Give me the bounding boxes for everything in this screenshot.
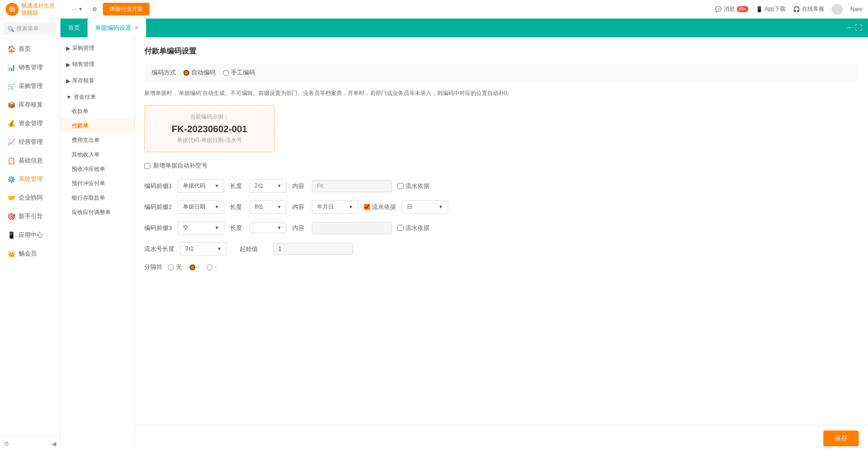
settings-bottom-icon[interactable]: ⚙ [4, 440, 9, 447]
main-area: 首页 单据编码设置 ✕ − ⛶ ▶ 采购管理 [61, 19, 868, 451]
nav-dropdown[interactable]: ··· ▼ [68, 4, 87, 14]
second-sidebar-group-funds-header[interactable]: ▼ 资金往来 [61, 90, 135, 104]
app-layout: 🔍 搜索菜单 🏠 首页 📊 销售管理 🛒 采购管理 📦 库存核算 💰 [0, 0, 868, 451]
length1-select[interactable]: 2位 ▼ [249, 179, 287, 193]
tab-encoding[interactable]: 单据编码设置 ✕ [87, 19, 146, 37]
sidebar-item-enterprise[interactable]: 🤝 企业协同 [2, 189, 58, 207]
sidebar-item-basic[interactable]: 📋 基础信息 [2, 152, 58, 169]
code-preview-label: 当前编码示例： [156, 113, 263, 121]
auto-encode-input[interactable] [183, 70, 189, 76]
encoding-method-label: 编码方式 [152, 68, 176, 77]
home-icon: 🏠 [7, 45, 15, 53]
length1-label: 长度 [230, 182, 244, 190]
separator-options: 无 · · [168, 263, 217, 271]
top-bar: 畅 畅通道好生意 旗舰版 ··· ▼ ⚙ 体验行业方案 💬 消息 99+ 📱 A… [0, 0, 868, 19]
serial3-checkbox[interactable] [397, 225, 404, 231]
sidebar-item-sales[interactable]: 📊 销售管理 [2, 59, 58, 76]
sidebar-item-guide[interactable]: 🎯 新手引导 [2, 208, 58, 225]
chevron-right-icon: ▶ [66, 45, 70, 52]
purchase-icon: 🛒 [7, 82, 15, 90]
info-text: 新增单据时，'单据编码'自动生成、不可编辑。前缀设置为部门、业务员等档案类，开单… [144, 89, 859, 98]
separator-none-radio[interactable] [168, 264, 174, 270]
second-sidebar-item-shoukuan[interactable]: 收款单 [61, 104, 135, 119]
separator-dot2-radio[interactable] [207, 264, 213, 270]
sidebar-item-finance[interactable]: 💰 资金管理 [2, 114, 58, 132]
serial2-checkbox[interactable] [364, 204, 370, 210]
experience-button[interactable]: 体验行业方案 [103, 3, 149, 15]
form-container: 付款单编码设置 编码方式 自动编码 手工编码 [135, 37, 868, 451]
app-download-btn[interactable]: 📱 App下载 [756, 5, 786, 13]
search-menu-button[interactable]: 🔍 搜索菜单 [4, 22, 56, 35]
length3-select[interactable]: ▼ [249, 222, 287, 233]
sidebar-item-system[interactable]: ⚙️ 系统管理 [2, 170, 58, 188]
serial2-unit-select[interactable]: 日 ▼ [402, 200, 448, 214]
second-sidebar-group-purchase-header[interactable]: ▶ 采购管理 [61, 41, 135, 55]
sidebar-menu: 🏠 首页 📊 销售管理 🛒 采购管理 📦 库存核算 💰 资金管理 📈 经 [0, 39, 60, 436]
content1-input [312, 180, 392, 192]
sidebar-item-operations[interactable]: 📈 经营管理 [2, 133, 58, 151]
form-area: 付款单编码设置 编码方式 自动编码 手工编码 [135, 37, 868, 425]
prefix1-select[interactable]: 单据代码 ▼ [178, 179, 224, 193]
separator-dot2[interactable]: · [207, 263, 216, 271]
separator-dot1-radio[interactable] [189, 264, 195, 270]
sidebar-item-member[interactable]: 👑 畅会员 [2, 245, 58, 263]
top-bar-right: 💬 消息 99+ 📱 App下载 🎧 在线客服 Nare [715, 4, 862, 15]
guide-icon: 🎯 [7, 213, 15, 220]
separator-none[interactable]: 无 [168, 263, 182, 271]
length3-label: 长度 [230, 224, 244, 232]
second-sidebar-item-yingshou[interactable]: 应收应付调整单 [61, 205, 135, 220]
top-bar-left: 畅 畅通道好生意 旗舰版 ··· ▼ ⚙ 体验行业方案 [6, 2, 149, 16]
top-bar-nav: ··· ▼ ⚙ 体验行业方案 [68, 3, 149, 15]
manual-encode-input[interactable] [223, 70, 229, 76]
enterprise-icon: 🤝 [7, 194, 15, 202]
prefix3-select[interactable]: 空 ▼ [178, 221, 224, 235]
settings-icon-btn[interactable]: ⚙ [88, 4, 101, 14]
sidebar-item-inventory[interactable]: 📦 库存核算 [2, 96, 58, 114]
serial-length-label: 流水号长度 [144, 245, 175, 253]
second-sidebar-item-fukuan[interactable]: 付款单 [61, 119, 135, 133]
serial1-checkbox[interactable] [397, 183, 404, 189]
search-icon: 🔍 [7, 26, 14, 32]
user-avatar[interactable] [832, 4, 843, 15]
finance-icon: 💰 [7, 120, 15, 127]
second-sidebar-group-inventory-header[interactable]: ▶ 库存核算 [61, 74, 135, 88]
headset-icon: 🎧 [793, 6, 800, 13]
sales-icon: 📊 [7, 64, 15, 71]
prefix2-label: 编码前缀2 [144, 203, 172, 211]
length2-select[interactable]: 8位 ▼ [249, 200, 287, 214]
manual-encode-radio[interactable]: 手工编码 [223, 68, 255, 77]
bottom-bar: 保存 [135, 425, 868, 451]
save-button[interactable]: 保存 [823, 431, 859, 446]
second-sidebar-group-sales-header[interactable]: ▶ 销售管理 [61, 57, 135, 72]
content3-input[interactable] [312, 222, 392, 234]
start-value-input[interactable] [273, 243, 353, 255]
sidebar-item-home[interactable]: 🏠 首页 [2, 40, 58, 58]
serial-length-select[interactable]: 3位 ▼ [180, 242, 227, 256]
prefix2-select[interactable]: 单据日期 ▼ [178, 200, 224, 214]
tab-close-icon[interactable]: ✕ [134, 25, 139, 31]
tab-maximize-icon[interactable]: ⛶ [855, 24, 862, 32]
tab-home[interactable]: 首页 [61, 19, 87, 37]
second-sidebar-item-yinhang[interactable]: 银行存取款单 [61, 191, 135, 205]
tab-minimize-icon[interactable]: − [847, 24, 851, 32]
length1-chevron: ▼ [277, 183, 282, 188]
sidebar-item-apps[interactable]: 📱 应用中心 [2, 226, 58, 244]
second-sidebar-item-qita[interactable]: 其他收入单 [61, 148, 135, 162]
apps-icon: 📱 [7, 231, 15, 239]
chevron-down-icon2: ▼ [66, 94, 72, 101]
sidebar-item-purchase[interactable]: 🛒 采购管理 [2, 77, 58, 95]
separator-dot1[interactable]: · [189, 263, 199, 271]
encode-row-1: 编码前缀1 单据代码 ▼ 长度 2位 ▼ 内容 [144, 179, 859, 193]
content2-select[interactable]: 年月日 ▼ [312, 200, 358, 214]
auto-fill-checkbox[interactable] [144, 163, 150, 169]
encoding-method-row: 编码方式 自动编码 手工编码 [144, 64, 859, 81]
second-sidebar-item-yuchong1[interactable]: 预收冲应收单 [61, 162, 135, 176]
member-icon: 👑 [7, 250, 15, 257]
auto-encode-radio[interactable]: 自动编码 [183, 68, 215, 77]
second-sidebar-item-feiyong[interactable]: 费用支出单 [61, 133, 135, 148]
collapse-sidebar-button[interactable]: ◀ [52, 440, 56, 447]
messages-btn[interactable]: 💬 消息 99+ [715, 5, 748, 13]
second-sidebar-item-yuchong2[interactable]: 预付冲应付单 [61, 176, 135, 191]
prefix2-chevron: ▼ [215, 204, 219, 209]
online-service-btn[interactable]: 🎧 在线客服 [793, 5, 824, 13]
